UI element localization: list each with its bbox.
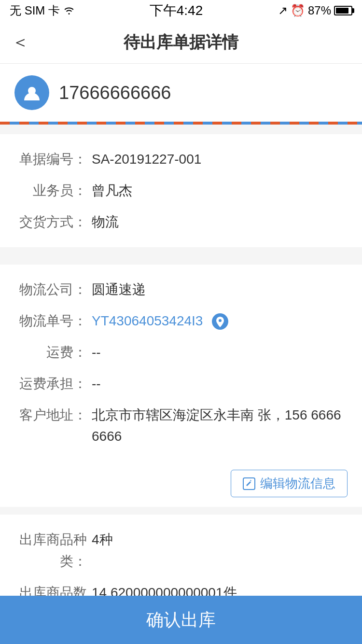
freight-bearer-value: --	[92, 373, 348, 395]
dashed-separator	[0, 122, 362, 125]
status-right: ↗ ⏰ 87%	[278, 4, 352, 17]
tracking-value-row: YT43064053424I3	[92, 310, 230, 332]
alarm-icon: ⏰	[291, 4, 305, 17]
status-left: 无 SIM 卡	[10, 3, 74, 18]
delivery-method-row: 交货方式： 物流	[14, 211, 348, 233]
edit-logistics-btn-row: 编辑物流信息	[0, 462, 362, 507]
address-value: 北京市市辖区海淀区永丰南 张，156 6666 6666	[92, 405, 348, 448]
status-bar: 无 SIM 卡 下午4:42 ↗ ⏰ 87%	[0, 0, 362, 21]
section-divider-2	[0, 507, 362, 515]
tracking-value: YT43064053424I3	[92, 310, 203, 332]
page-title: 待出库单据详情	[124, 31, 238, 54]
battery-icon	[334, 6, 352, 15]
edit-logistics-button[interactable]: 编辑物流信息	[231, 470, 348, 497]
logistics-company-value: 圆通速递	[92, 279, 348, 301]
customer-phone: 17666666666	[59, 83, 171, 103]
basic-info-section: 单据编号： SA-20191227-001 业务员： 曾凡杰 交货方式： 物流	[0, 134, 362, 247]
freight-value: --	[92, 342, 348, 364]
freight-bearer-row: 运费承担： --	[14, 373, 348, 395]
salesperson-row: 业务员： 曾凡杰	[14, 180, 348, 202]
tracking-location-icon[interactable]	[210, 312, 230, 331]
customer-header: 17666666666	[0, 64, 362, 122]
doc-num-value: SA-20191227-001	[92, 149, 348, 170]
carrier-text: 无 SIM 卡	[10, 3, 60, 18]
logistics-info-section: 物流公司： 圆通速递 物流单号： YT43064053424I3 运费： -- …	[0, 265, 362, 462]
freight-bearer-label: 运费承担：	[14, 373, 92, 395]
edit-logistics-label: 编辑物流信息	[260, 475, 335, 492]
wifi-icon	[64, 4, 74, 17]
goods-type-label: 出库商品种类：	[14, 529, 92, 573]
address-row: 客户地址： 北京市市辖区海淀区永丰南 张，156 6666 6666	[14, 405, 348, 448]
back-button[interactable]: ＜	[12, 30, 29, 54]
avatar	[14, 75, 49, 110]
freight-row: 运费： --	[14, 342, 348, 364]
address-label: 客户地址：	[14, 405, 92, 426]
doc-num-label: 单据编号：	[14, 149, 92, 170]
delivery-method-value: 物流	[92, 211, 348, 233]
tracking-label: 物流单号：	[14, 310, 92, 332]
goods-type-row: 出库商品种类： 4种	[14, 529, 348, 573]
freight-label: 运费：	[14, 342, 92, 364]
confirm-outbound-label: 确认出库	[146, 608, 216, 632]
status-time: 下午4:42	[150, 1, 203, 20]
nav-bar: ＜ 待出库单据详情	[0, 21, 362, 64]
logistics-company-label: 物流公司：	[14, 279, 92, 301]
battery-percent: 87%	[308, 4, 331, 17]
location-status-icon: ↗	[278, 4, 288, 17]
confirm-outbound-button[interactable]: 确认出库	[0, 596, 362, 644]
salesperson-label: 业务员：	[14, 180, 92, 202]
logistics-company-row: 物流公司： 圆通速递	[14, 279, 348, 301]
doc-num-row: 单据编号： SA-20191227-001	[14, 149, 348, 170]
salesperson-value: 曾凡杰	[92, 180, 348, 202]
section-divider-1	[0, 247, 362, 255]
tracking-row: 物流单号： YT43064053424I3	[14, 310, 348, 332]
goods-type-value: 4种	[92, 529, 348, 551]
delivery-method-label: 交货方式：	[14, 211, 92, 233]
